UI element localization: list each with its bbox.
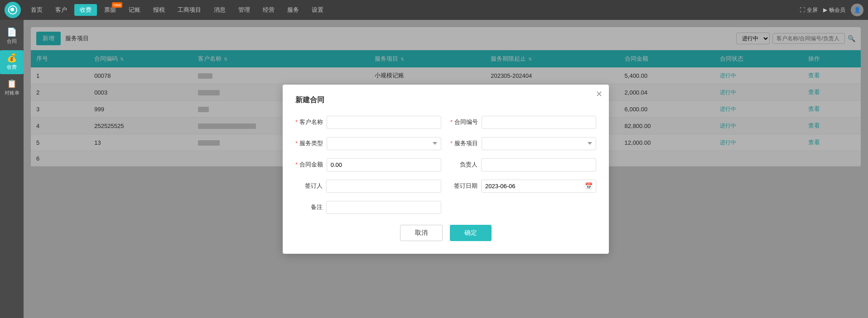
nav-item-首页[interactable]: 首页 — [25, 4, 48, 16]
customer-name-input[interactable] — [327, 116, 441, 129]
fullscreen-icon: ⛶ — [800, 7, 805, 13]
contract-amount-input[interactable] — [327, 158, 441, 171]
modal-overlay: ✕ 新建合同 客户名称 合同编号 服务类型 — [24, 20, 868, 318]
new-contract-modal: ✕ 新建合同 客户名称 合同编号 服务类型 — [283, 85, 609, 254]
nav-item-设置[interactable]: 设置 — [306, 4, 329, 16]
sidebar: 📄合同💰收费📋对账单 — [0, 20, 24, 318]
note-label: 备注 — [295, 203, 323, 211]
nav-item-客户[interactable]: 客户 — [50, 4, 72, 16]
nav-item-工商项目[interactable]: 工商项目 — [172, 4, 207, 16]
main-layout: 📄合同💰收费📋对账单 新增 服务项目 进行中已完成已终止 🔍 — [0, 20, 868, 318]
fullscreen-button[interactable]: ⛶ 全屏 — [800, 6, 818, 14]
contract-no-label: 合同编号 — [450, 118, 478, 126]
signer-group: 签订人 — [295, 180, 441, 193]
avatar-icon: 👤 — [854, 7, 861, 13]
sidebar-item-收费[interactable]: 💰收费 — [0, 50, 24, 74]
responsible-input[interactable] — [481, 158, 596, 171]
sidebar-label: 收费 — [7, 64, 17, 71]
form-row-4: 签订人 签订日期 📅 — [295, 180, 596, 193]
app-logo[interactable] — [5, 2, 21, 18]
sign-date-input[interactable] — [481, 180, 596, 193]
sign-date-label: 签订日期 — [450, 182, 477, 190]
service-item-label: 服务项目 — [450, 139, 478, 147]
service-item-select[interactable] — [482, 137, 596, 150]
nav-item-服务[interactable]: 服务 — [282, 4, 304, 16]
customer-name-label: 客户名称 — [295, 118, 323, 126]
nav-item-票据[interactable]: 票据new — [99, 4, 121, 16]
fullscreen-label: 全屏 — [807, 6, 818, 14]
service-type-label: 服务类型 — [295, 139, 323, 147]
customer-name-group: 客户名称 — [295, 116, 441, 129]
sidebar-icon: 📄 — [7, 28, 17, 36]
nav-item-收费[interactable]: 收费 — [74, 4, 97, 16]
signer-label: 签订人 — [295, 182, 323, 190]
sidebar-item-合同[interactable]: 📄合同 — [0, 24, 24, 48]
modal-close-button[interactable]: ✕ — [596, 90, 603, 98]
modal-title: 新建合同 — [295, 95, 596, 105]
sidebar-label: 合同 — [7, 38, 17, 45]
member-icon: ▶ — [823, 7, 827, 13]
member-button[interactable]: ▶ 畅会员 — [823, 6, 845, 14]
nav-item-消息[interactable]: 消息 — [208, 4, 231, 16]
form-row-3: 合同金额 负责人 — [295, 158, 596, 171]
contract-amount-group: 合同金额 — [295, 158, 441, 171]
nav-item-报税[interactable]: 报税 — [148, 4, 170, 16]
sign-date-group: 签订日期 📅 — [450, 180, 596, 193]
sign-date-wrapper: 📅 — [481, 180, 596, 193]
nav-item-管理[interactable]: 管理 — [233, 4, 256, 16]
cancel-button[interactable]: 取消 — [400, 225, 443, 241]
nav-item-记账[interactable]: 记账 — [123, 4, 146, 16]
form-row-5: 备注 — [295, 201, 596, 214]
avatar[interactable]: 👤 — [851, 4, 863, 16]
service-type-group: 服务类型 — [295, 137, 441, 150]
form-row-2: 服务类型 服务项目 — [295, 137, 596, 150]
contract-no-input[interactable] — [482, 116, 596, 129]
sidebar-icon: 💰 — [7, 54, 17, 62]
nav-items: 首页客户收费票据new记账报税工商项目消息管理经营服务设置 — [25, 4, 800, 16]
top-nav: 首页客户收费票据new记账报税工商项目消息管理经营服务设置 ⛶ 全屏 ▶ 畅会员… — [0, 0, 868, 20]
confirm-button[interactable]: 确定 — [450, 225, 492, 241]
calendar-icon[interactable]: 📅 — [585, 182, 593, 190]
sidebar-label: 对账单 — [5, 90, 19, 96]
nav-right: ⛶ 全屏 ▶ 畅会员 👤 — [800, 4, 863, 16]
signer-input[interactable] — [326, 180, 441, 193]
member-label: 畅会员 — [829, 6, 845, 14]
sidebar-item-对账单[interactable]: 📋对账单 — [0, 76, 24, 100]
contract-amount-label: 合同金额 — [295, 161, 323, 169]
responsible-group: 负责人 — [450, 158, 596, 171]
contract-no-group: 合同编号 — [450, 116, 596, 129]
service-item-group: 服务项目 — [450, 137, 596, 150]
content-area: 新增 服务项目 进行中已完成已终止 🔍 序号合同编码 ⇅客户名称 ⇅服务项目 ⇅… — [24, 20, 868, 318]
service-type-select[interactable] — [327, 137, 441, 150]
note-input[interactable] — [326, 201, 441, 214]
nav-badge: new — [112, 2, 122, 8]
modal-footer: 取消 确定 — [295, 225, 596, 241]
nav-item-经营[interactable]: 经营 — [257, 4, 280, 16]
sidebar-icon: 📋 — [7, 80, 17, 88]
responsible-label: 负责人 — [450, 161, 477, 169]
form-row-1: 客户名称 合同编号 — [295, 116, 596, 129]
note-group: 备注 — [295, 201, 441, 214]
